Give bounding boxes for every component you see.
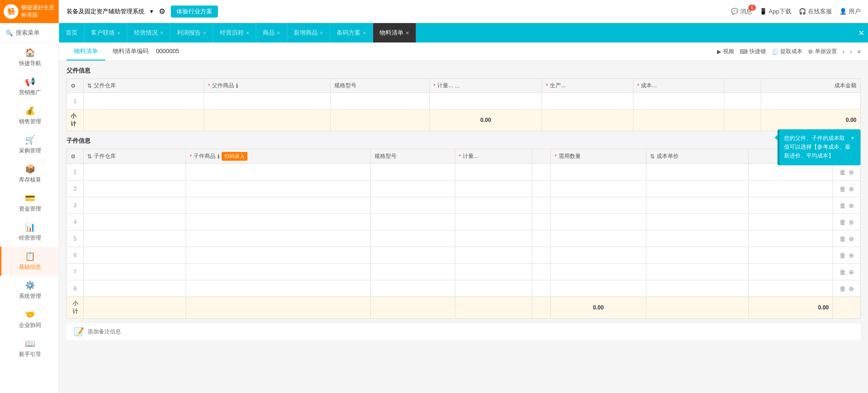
child-cell-unit-1[interactable] (455, 164, 532, 181)
sub-tab-bom-list[interactable]: 物料清单 (66, 42, 105, 60)
child-cell-product-8[interactable] (186, 280, 370, 297)
child-cell-unit-5[interactable] (455, 230, 532, 247)
child-cell-unit-price-6[interactable] (646, 247, 748, 264)
single-setting-button[interactable]: ⚙ 单据设置 (808, 48, 837, 55)
child-cell-spec-6[interactable] (371, 247, 455, 264)
tab-close-customer[interactable]: ✕ (117, 30, 121, 36)
child-cell-product-6[interactable] (186, 247, 370, 264)
sub-tab-bom-code[interactable]: 物料清单编码 0000005 (105, 42, 187, 60)
child-cell-unit-3[interactable] (455, 197, 532, 214)
tab-close-bom[interactable]: ✕ (405, 30, 409, 36)
tab-profit[interactable]: 利润报告 ✕ (170, 23, 213, 42)
message-button[interactable]: 💬 消息 6 (731, 7, 752, 16)
child-delete-icon-1[interactable]: 🗑 (839, 169, 846, 176)
child-cell-qty-4[interactable] (551, 214, 646, 230)
scan-input-button[interactable]: 扫码录入 (222, 152, 247, 161)
child-cell-unit-price-3[interactable] (646, 197, 748, 214)
child-copy-icon-3[interactable]: ⊕ (849, 202, 854, 209)
child-cell-unit-2[interactable] (455, 181, 532, 197)
tab-close-barcode[interactable]: ✕ (362, 30, 366, 36)
child-delete-icon-7[interactable]: 🗑 (839, 268, 846, 276)
child-cell-product-3[interactable] (186, 197, 370, 214)
tab-close-all-icon[interactable]: ✕ (858, 29, 864, 37)
sidebar-item-operation[interactable]: 📊 经营管理 (0, 218, 59, 247)
parent-cell-unit-1[interactable] (429, 93, 542, 109)
nav-prev-button[interactable]: ‹ (843, 48, 844, 55)
sidebar-item-marketing[interactable]: 📢 营销推广 (0, 72, 59, 101)
tab-close-history[interactable]: ✕ (246, 30, 249, 36)
child-delete-icon-2[interactable]: 🗑 (839, 185, 846, 193)
child-cell-qty-3[interactable] (551, 197, 646, 214)
tab-barcode[interactable]: 条码方案 ✕ (330, 23, 373, 42)
sidebar-item-purchase[interactable]: 🛒 采购管理 (0, 130, 59, 159)
child-cell-warehouse-2[interactable] (84, 181, 186, 197)
child-cell-unit-4[interactable] (455, 214, 532, 230)
child-delete-icon-3[interactable]: 🗑 (839, 202, 846, 209)
sidebar-item-system[interactable]: ⚙️ 系统管理 (0, 276, 59, 305)
child-cell-qty-8[interactable] (551, 280, 646, 297)
tab-close-new-product[interactable]: ✕ (319, 30, 323, 36)
shortcut-button[interactable]: ⌨ 快捷键 (740, 48, 766, 55)
settings-gear-icon[interactable]: ⚙ (159, 7, 165, 16)
child-cell-unit-price-7[interactable] (646, 264, 748, 280)
parent-col-settings[interactable]: ⚙ (67, 79, 84, 93)
tab-history[interactable]: 经营历程 ✕ (213, 23, 256, 42)
child-cell-product-4[interactable] (186, 214, 370, 230)
child-cell-spec-1[interactable] (371, 164, 455, 181)
child-copy-icon-6[interactable]: ⊕ (849, 252, 854, 259)
trial-button[interactable]: 体验行业方案 (171, 6, 218, 18)
child-cell-product-1[interactable] (186, 164, 370, 181)
sidebar-item-guide[interactable]: 📖 新手引导 (0, 334, 59, 363)
tab-customer[interactable]: 客户联络 ✕ (84, 23, 127, 42)
child-cell-spec-7[interactable] (371, 264, 455, 280)
system-dropdown-icon[interactable]: ▾ (150, 8, 153, 15)
tooltip-close-button[interactable]: × (851, 134, 854, 143)
child-cell-spec-5[interactable] (371, 230, 455, 247)
child-cell-unit-price-4[interactable] (646, 214, 748, 230)
tab-product[interactable]: 商品 ✕ (256, 23, 287, 42)
sidebar-item-basic[interactable]: 📋 基础信息 (0, 247, 59, 276)
child-cell-product-2[interactable] (186, 181, 370, 197)
child-cell-warehouse-6[interactable] (84, 247, 186, 264)
child-cell-qty-2[interactable] (551, 181, 646, 197)
child-cell-product-5[interactable] (186, 230, 370, 247)
child-cell-unit-price-5[interactable] (646, 230, 748, 247)
child-cell-warehouse-3[interactable] (84, 197, 186, 214)
sidebar-item-quick-nav[interactable]: 🏠 快捷导航 (0, 43, 59, 72)
app-download-button[interactable]: 📱 App下载 (760, 7, 791, 16)
child-cell-qty-6[interactable] (551, 247, 646, 264)
child-cell-qty-5[interactable] (551, 230, 646, 247)
child-cell-qty-7[interactable] (551, 264, 646, 280)
online-service-button[interactable]: 🎧 在线客服 (799, 7, 832, 16)
child-cell-spec-8[interactable] (371, 280, 455, 297)
user-button[interactable]: 👤 用户 (839, 7, 861, 16)
child-copy-icon-8[interactable]: ⊕ (849, 285, 854, 292)
child-cell-warehouse-5[interactable] (84, 230, 186, 247)
child-cell-qty-1[interactable] (551, 164, 646, 181)
list-view-button[interactable]: ≡ (857, 48, 861, 55)
child-cell-unit-7[interactable] (455, 264, 532, 280)
tab-close-product[interactable]: ✕ (277, 30, 280, 36)
tab-bom[interactable]: 物料清单 ✕ (373, 23, 416, 42)
child-col-settings[interactable]: ⚙ (67, 149, 84, 164)
child-cell-unit-8[interactable] (455, 280, 532, 297)
tab-operation-status[interactable]: 经营情况 ✕ (127, 23, 170, 42)
child-copy-icon-1[interactable]: ⊕ (849, 169, 854, 176)
child-delete-icon-4[interactable]: 🗑 (839, 218, 846, 226)
child-cell-warehouse-4[interactable] (84, 214, 186, 230)
parent-cell-warehouse-1[interactable] (84, 93, 204, 109)
nav-next-button[interactable]: › (850, 48, 852, 55)
tab-close-operation-status[interactable]: ✕ (160, 30, 163, 36)
child-cell-spec-2[interactable] (371, 181, 455, 197)
sidebar-item-sales[interactable]: 💰 销售管理 (0, 101, 59, 130)
child-cell-unit-price-1[interactable] (646, 164, 748, 181)
tab-home[interactable]: 首页 (59, 23, 84, 42)
sidebar-item-collab[interactable]: 🤝 企业协同 (0, 305, 59, 334)
sidebar-item-finance[interactable]: 💳 资金管理 (0, 188, 59, 218)
search-menu-button[interactable]: 🔍 搜索菜单 (4, 27, 55, 39)
sidebar-item-inventory[interactable]: 📦 库存核算 (0, 159, 59, 188)
child-copy-icon-5[interactable]: ⊕ (849, 235, 854, 242)
child-copy-icon-4[interactable]: ⊕ (849, 218, 854, 226)
tab-new-product[interactable]: 新增商品 ✕ (287, 23, 330, 42)
child-cell-product-7[interactable] (186, 264, 370, 280)
